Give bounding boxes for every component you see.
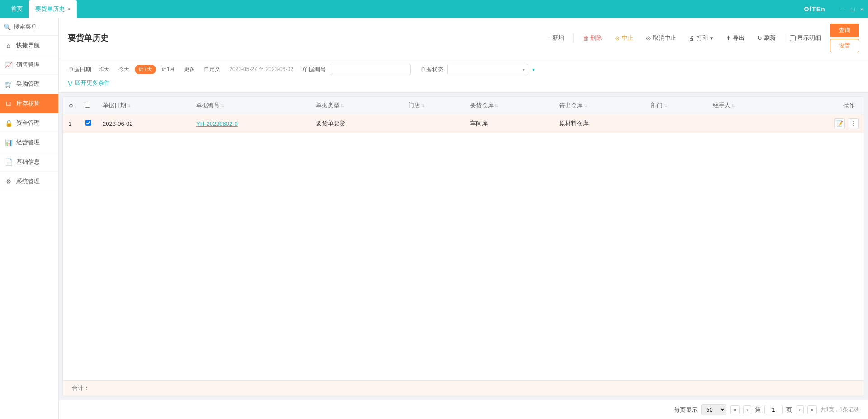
sidebar: 🔍 搜索菜单 ⌂ 快捷导航 📈 销售管理 🛒 采购管理 ⊟ 库存核算 🔒 资金管… [0, 18, 59, 419]
pagination: 每页显示 50 10 20 100 « ‹ 第 页 › » 共1页，1条记录 [59, 400, 868, 419]
table-body: 1 2023-06-02 YH-20230602-0 要货单要货 车间库 原材料… [63, 114, 864, 133]
row-checkbox[interactable] [85, 120, 91, 126]
cancel-stop-button[interactable]: ⊘ 取消中止 [642, 32, 681, 44]
prev-page-btn[interactable]: ‹ [743, 405, 751, 414]
select-all-checkbox[interactable] [85, 102, 90, 108]
page-input-prefix: 第 [755, 406, 761, 414]
sidebar-item-purchase-mgmt[interactable]: 🛒 采购管理 [0, 75, 58, 94]
inventory-icon: ⊟ [5, 100, 13, 107]
sort-doc-number[interactable]: 单据编号 [196, 101, 305, 110]
tab-bar: 首页 要货单历史 × [5, 0, 804, 18]
status-dropdown-icon[interactable]: ▾ [532, 67, 535, 73]
last-month-shortcut[interactable]: 近1月 [158, 65, 179, 74]
th-store: 门店 [403, 97, 465, 114]
row-edit-btn[interactable]: 📝 [834, 118, 845, 129]
sidebar-item-inventory[interactable]: ⊟ 库存核算 [0, 94, 58, 114]
date-shortcuts: 昨天 今天 近7天 近1月 更多 自定义 [95, 65, 224, 74]
tab-home[interactable]: 首页 [5, 0, 29, 18]
status-select[interactable] [447, 64, 528, 75]
next-page-btn[interactable]: › [796, 405, 804, 414]
doc-number-input[interactable] [330, 64, 411, 75]
date-filter-group: 单据日期 昨天 今天 近7天 近1月 更多 自定义 2023-05-27 至 2… [68, 65, 293, 74]
sidebar-item-label: 采购管理 [16, 80, 40, 88]
tab-close-icon[interactable]: × [67, 6, 71, 12]
query-button[interactable]: 查询 [830, 24, 859, 37]
sort-handler[interactable]: 经手人 [713, 101, 778, 110]
sidebar-item-finance-mgmt[interactable]: 🔒 资金管理 [0, 114, 58, 133]
sidebar-item-ops-mgmt[interactable]: 📊 经营管理 [0, 133, 58, 152]
sidebar-item-label: 经营管理 [16, 138, 40, 147]
window-min-btn[interactable]: — [840, 6, 846, 13]
row-more-btn[interactable]: ⋮ [848, 118, 859, 129]
sidebar-item-basic-info[interactable]: 📄 基础信息 [0, 152, 58, 172]
toolbar-divider [573, 34, 574, 42]
sort-store[interactable]: 门店 [408, 101, 459, 110]
gear-icon[interactable]: ⚙ [68, 102, 74, 109]
th-action: 操作 [783, 97, 864, 114]
delete-button[interactable]: 🗑 删除 [578, 32, 607, 44]
brand-label: OfTEn [804, 5, 826, 13]
expand-more-btn[interactable]: ⋁ 展开更多条件 [68, 79, 859, 87]
td-doc-number[interactable]: YH-20230602-0 [191, 114, 311, 133]
th-gear: ⚙ [63, 97, 79, 114]
td-action: 📝 ⋮ [783, 114, 864, 133]
custom-shortcut[interactable]: 自定义 [200, 65, 224, 74]
system-icon: ⚙ [5, 178, 13, 185]
toolbar-divider2 [785, 34, 785, 42]
table-wrap: ⚙ 单据日期 单据编号 单据类型 [62, 96, 864, 396]
last-page-btn[interactable]: » [807, 405, 817, 414]
setting-button[interactable]: 设置 [830, 39, 859, 52]
tab-requisition-history[interactable]: 要货单历史 × [29, 0, 77, 18]
sort-doc-type[interactable]: 单据类型 [316, 101, 397, 110]
status-label: 单据状态 [420, 66, 443, 74]
window-close-btn[interactable]: × [860, 6, 863, 13]
sort-pending-warehouse[interactable]: 待出仓库 [559, 101, 641, 110]
print-dropdown-icon: ▾ [710, 35, 713, 42]
sort-req-warehouse[interactable]: 要货仓库 [470, 101, 548, 110]
table-empty-space [63, 133, 864, 380]
td-handler [708, 114, 783, 133]
sort-department[interactable]: 部门 [651, 101, 702, 110]
sidebar-item-quick-nav[interactable]: ⌂ 快捷导航 [0, 36, 58, 55]
sidebar-item-sales-mgmt[interactable]: 📈 销售管理 [0, 55, 58, 75]
td-req-warehouse: 车间库 [465, 114, 554, 133]
sidebar-item-label: 库存核算 [16, 100, 40, 108]
yesterday-shortcut[interactable]: 昨天 [95, 65, 113, 74]
main-layout: 🔍 搜索菜单 ⌂ 快捷导航 📈 销售管理 🛒 采购管理 ⊟ 库存核算 🔒 资金管… [0, 18, 868, 419]
export-button[interactable]: ⬆ 导出 [722, 32, 749, 44]
sales-icon: 📈 [5, 61, 13, 68]
today-shortcut[interactable]: 今天 [115, 65, 133, 74]
th-pending-warehouse: 待出仓库 [554, 97, 646, 114]
refresh-button[interactable]: ↻ 刷新 [753, 32, 780, 44]
cancel-stop-icon: ⊘ [646, 35, 651, 42]
summary-label: 合计： [72, 384, 90, 392]
first-page-btn[interactable]: « [730, 405, 740, 414]
display-detail-checkbox[interactable] [790, 35, 796, 41]
sort-doc-date[interactable]: 单据日期 [103, 101, 185, 110]
sidebar-search[interactable]: 🔍 搜索菜单 [0, 18, 58, 36]
sidebar-item-label: 基础信息 [16, 158, 40, 166]
page-header: 要货单历史 + 新增 🗑 删除 ⊘ 中止 ⊘ 取消中止 🖨 打 [59, 18, 868, 58]
page-size-select[interactable]: 50 10 20 100 [701, 404, 726, 415]
th-department: 部门 [646, 97, 708, 114]
doc-number-link[interactable]: YH-20230602-0 [196, 120, 238, 127]
page-number-input[interactable] [764, 405, 783, 414]
print-button[interactable]: 🖨 打印 ▾ [684, 32, 718, 44]
doc-number-filter-group: 单据编号 [302, 64, 411, 75]
sidebar-item-system-mgmt[interactable]: ⚙ 系统管理 [0, 172, 58, 191]
page-input-suffix: 页 [786, 406, 792, 414]
window-max-btn[interactable]: □ [851, 6, 855, 13]
th-doc-number: 单据编号 [191, 97, 311, 114]
more-shortcut[interactable]: 更多 [180, 65, 198, 74]
search-icon: 🔍 [4, 24, 11, 30]
td-check [79, 114, 97, 133]
th-handler: 经手人 [708, 97, 783, 114]
new-button[interactable]: + 新增 [543, 32, 569, 44]
last7days-shortcut[interactable]: 近7天 [135, 65, 156, 74]
toolbar: + 新增 🗑 删除 ⊘ 中止 ⊘ 取消中止 🖨 打印 ▾ [543, 24, 859, 52]
stop-button[interactable]: ⊘ 中止 [610, 32, 638, 44]
sidebar-item-label: 销售管理 [16, 61, 40, 69]
home-icon: ⌂ [5, 42, 13, 49]
td-doc-type: 要货单要货 [311, 114, 403, 133]
page-title: 要货单历史 [68, 33, 108, 43]
